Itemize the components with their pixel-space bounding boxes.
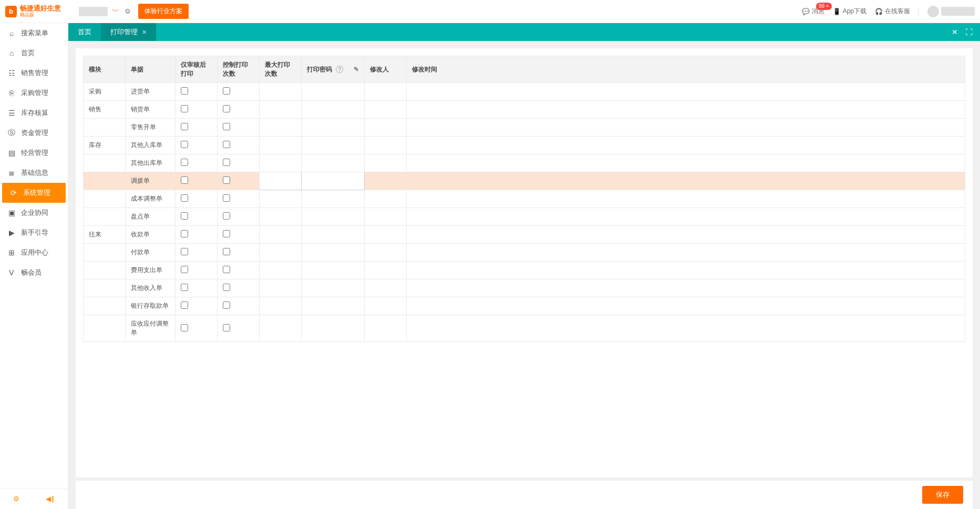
audit-print-checkbox[interactable]	[181, 194, 188, 202]
cell-max-count[interactable]	[260, 172, 302, 190]
cell-print-pwd[interactable]	[302, 172, 365, 190]
tab-print-management[interactable]: 打印管理 ✕	[101, 23, 156, 41]
cell-modify-time	[407, 137, 965, 154]
trial-button[interactable]: 体验行业方案	[138, 4, 189, 19]
settings-icon[interactable]: ⚙	[13, 495, 19, 503]
cell-audit-print	[176, 262, 218, 279]
ctrl-count-checkbox[interactable]	[223, 230, 230, 237]
sidebar-item-guide[interactable]: ▶新手引导	[0, 223, 68, 243]
sidebar-item-coop[interactable]: ▣企业协同	[0, 203, 68, 223]
ctrl-count-checkbox[interactable]	[223, 248, 230, 255]
collapse-icon[interactable]: ◀∥	[46, 495, 55, 503]
close-icon[interactable]: ✕	[142, 29, 147, 36]
ctrl-count-checkbox[interactable]	[223, 141, 230, 148]
ctrl-count-checkbox[interactable]	[223, 266, 230, 273]
table-row: 其他收入单	[84, 279, 965, 297]
sidebar-item-inventory[interactable]: ☰库存核算	[0, 103, 68, 123]
ctrl-count-checkbox[interactable]	[223, 212, 230, 220]
audit-print-checkbox[interactable]	[181, 230, 188, 237]
ctrl-count-checkbox[interactable]	[223, 159, 230, 166]
ctrl-count-checkbox[interactable]	[223, 324, 230, 331]
save-button[interactable]: 保存	[922, 486, 963, 504]
fullscreen-icon[interactable]: ⛶	[965, 28, 973, 36]
app-download-link[interactable]: 📱 App下载	[833, 7, 866, 16]
brand-logo: b 畅捷通好生意 精品版	[5, 5, 68, 18]
help-icon[interactable]: ?	[336, 66, 343, 73]
table-row: 应收应付调整单	[84, 315, 965, 342]
chevron-down-icon: ﹀	[112, 7, 119, 16]
basic-icon: ≣	[7, 169, 16, 177]
sidebar-item-basic[interactable]: ≣基础信息	[0, 163, 68, 183]
cell-audit-print	[176, 137, 218, 154]
sidebar-item-system[interactable]: ⟳系统管理	[2, 183, 66, 203]
messages-link[interactable]: 💬 消息 99 +	[802, 7, 824, 16]
tab-close-all-icon[interactable]: ✕	[952, 28, 958, 36]
cell-print-pwd	[302, 154, 365, 172]
sidebar-item-finance[interactable]: Ⓢ资金管理	[0, 123, 68, 143]
table-row: 付款单	[84, 244, 965, 262]
audit-print-checkbox[interactable]	[181, 123, 188, 130]
sidebar-item-label: 经营管理	[21, 148, 48, 158]
ctrl-count-checkbox[interactable]	[223, 105, 230, 112]
cell-doc: 盘点单	[126, 208, 176, 226]
cell-modify-time	[407, 315, 965, 342]
sidebar-item-sales[interactable]: ☷销售管理	[0, 63, 68, 83]
audit-print-checkbox[interactable]	[181, 284, 188, 291]
sidebar-item-vip[interactable]: V畅会员	[0, 263, 68, 283]
cell-audit-print	[176, 154, 218, 172]
table-row: 费用支出单	[84, 262, 965, 279]
cell-ctrl-count	[218, 190, 260, 208]
cell-modify-time	[407, 83, 965, 101]
cell-print-pwd	[302, 101, 365, 119]
audit-print-checkbox[interactable]	[181, 212, 188, 220]
cell-module: 往来	[84, 226, 126, 244]
ctrl-count-checkbox[interactable]	[223, 284, 230, 291]
gear-icon[interactable]: ⚙	[125, 7, 131, 15]
tab-home[interactable]: 首页	[68, 23, 101, 41]
guide-icon: ▶	[7, 228, 16, 237]
audit-print-checkbox[interactable]	[181, 105, 188, 112]
home-icon: ⌂	[7, 49, 16, 57]
sidebar-item-purchase[interactable]: ⎘采购管理	[0, 83, 68, 103]
audit-print-checkbox[interactable]	[181, 141, 188, 148]
cell-max-count	[260, 101, 302, 119]
cell-doc: 付款单	[126, 244, 176, 262]
cell-modifier	[365, 154, 407, 172]
cell-module	[84, 208, 126, 226]
audit-print-checkbox[interactable]	[181, 176, 188, 184]
org-selector[interactable]: ﹀	[79, 7, 119, 16]
cell-print-pwd	[302, 262, 365, 279]
audit-print-checkbox[interactable]	[181, 159, 188, 166]
cell-print-pwd	[302, 190, 365, 208]
audit-print-checkbox[interactable]	[181, 248, 188, 255]
ctrl-count-checkbox[interactable]	[223, 176, 230, 184]
audit-print-checkbox[interactable]	[181, 302, 188, 309]
cell-modify-time	[407, 190, 965, 208]
sidebar-item-appcenter[interactable]: ⊞应用中心	[0, 243, 68, 263]
ctrl-count-checkbox[interactable]	[223, 123, 230, 130]
ctrl-count-checkbox[interactable]	[223, 302, 230, 309]
sidebar-footer: ⚙ ◀∥	[0, 488, 68, 509]
audit-print-checkbox[interactable]	[181, 324, 188, 331]
headset-icon: 🎧	[875, 8, 883, 15]
cell-max-count	[260, 83, 302, 101]
ctrl-count-checkbox[interactable]	[223, 194, 230, 202]
cell-modify-time	[407, 226, 965, 244]
cell-module	[84, 315, 126, 342]
support-link[interactable]: 🎧 在线客服	[875, 7, 910, 16]
tab-print-label: 打印管理	[110, 27, 138, 37]
coop-icon: ▣	[7, 209, 16, 217]
sidebar-item-home[interactable]: ⌂首页	[0, 43, 68, 63]
audit-print-checkbox[interactable]	[181, 87, 188, 95]
sidebar-item-operate[interactable]: ▤经营管理	[0, 143, 68, 163]
sidebar-item-label: 销售管理	[21, 68, 48, 78]
system-icon: ⟳	[9, 189, 18, 197]
cell-doc: 成本调整单	[126, 190, 176, 208]
sidebar-item-search[interactable]: ⌕搜索菜单	[0, 23, 68, 43]
user-menu[interactable]	[927, 6, 975, 17]
cell-audit-print	[176, 119, 218, 137]
ctrl-count-checkbox[interactable]	[223, 87, 230, 95]
divider	[919, 7, 919, 16]
edit-icon[interactable]: ✎	[354, 66, 359, 73]
audit-print-checkbox[interactable]	[181, 266, 188, 273]
